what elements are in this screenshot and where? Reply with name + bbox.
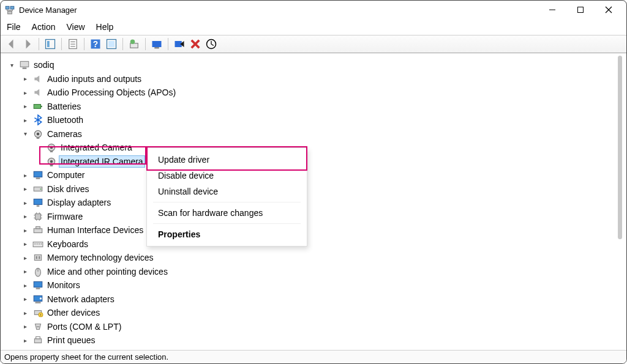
minimize-button[interactable] [538, 1, 566, 19]
chevron-right-icon[interactable]: ▸ [20, 103, 30, 110]
help-icon[interactable]: ? [89, 38, 102, 50]
svg-rect-4 [578, 7, 584, 13]
chevron-right-icon[interactable]: ▸ [20, 185, 30, 192]
tree-item-other-devices[interactable]: ▸ ! Other devices [7, 306, 623, 320]
vertical-scrollbar[interactable] [617, 53, 623, 350]
chevron-right-icon[interactable]: ▸ [20, 254, 30, 261]
tree-item-label: Disk drives [46, 184, 90, 195]
chevron-right-icon[interactable]: ▸ [20, 282, 30, 289]
ctx-scan-hardware[interactable]: Scan for hardware changes [147, 205, 307, 221]
disable-icon[interactable] [173, 38, 186, 50]
svg-rect-65 [34, 339, 41, 343]
tree-item-hid[interactable]: ▸ Human Interface Devices [7, 223, 623, 237]
scan-hardware-icon[interactable] [205, 38, 217, 50]
tree-item-integrated-camera[interactable]: Integrated Camera [7, 141, 623, 155]
tree-item-label: Other devices [46, 307, 101, 318]
chevron-right-icon[interactable]: ▸ [20, 172, 30, 179]
statusbar-text: Opens property sheet for the current sel… [4, 352, 168, 362]
forward-icon[interactable] [21, 38, 34, 50]
svg-point-31 [50, 146, 53, 149]
svg-point-28 [37, 133, 40, 136]
tree-item-label: Human Interface Devices [46, 225, 145, 236]
tree-item-keyboards[interactable]: ▸ Keyboards [7, 237, 623, 251]
enable-icon[interactable] [151, 38, 163, 50]
menu-view[interactable]: View [66, 22, 84, 32]
show-hide-icon[interactable] [44, 38, 56, 50]
chevron-right-icon[interactable]: ▸ [20, 227, 30, 234]
tree-root[interactable]: ▾ sodiq [7, 58, 623, 72]
ctx-item-label: Properties [158, 229, 200, 239]
tree-item-disk-drives[interactable]: ▸ Disk drives [7, 182, 623, 196]
svg-point-39 [40, 188, 41, 190]
tree-item-label: Network adapters [46, 294, 116, 305]
chevron-right-icon[interactable]: ▸ [20, 337, 30, 344]
tree-item-display-adapters[interactable]: ▸ Display adapters [7, 196, 623, 210]
svg-rect-19 [152, 41, 162, 47]
scrollbar-thumb[interactable] [618, 56, 622, 239]
chevron-right-icon[interactable]: ▸ [20, 117, 30, 124]
tree-item-batteries[interactable]: ▸ Batteries [7, 100, 623, 114]
hid-icon [32, 225, 43, 236]
tree-item-monitors[interactable]: ▸ Monitors [7, 278, 623, 292]
tree-item-label: Cameras [46, 128, 83, 139]
chevron-down-icon[interactable]: ▾ [20, 130, 30, 137]
context-menu: Update driver Disable device Uninstall d… [146, 147, 307, 247]
speaker-icon [32, 87, 43, 98]
tree-item-integrated-ir-camera[interactable]: Integrated IR Camera [7, 155, 623, 169]
svg-rect-51 [36, 256, 37, 259]
chevron-right-icon[interactable]: ▸ [20, 240, 30, 247]
tree-item-computer[interactable]: ▸ Computer [7, 168, 623, 182]
computer-icon [19, 59, 30, 70]
tree-item-apos[interactable]: ▸ Audio Processing Objects (APOs) [7, 86, 623, 100]
tree-item-audio-inputs-outputs[interactable]: ▸ Audio inputs and outputs [7, 72, 623, 86]
svg-rect-52 [39, 256, 40, 259]
svg-rect-32 [50, 151, 53, 152]
menu-action[interactable]: Action [32, 22, 56, 32]
memory-icon [32, 252, 43, 263]
maximize-button[interactable] [566, 1, 595, 19]
svg-rect-56 [36, 288, 40, 289]
chevron-right-icon[interactable]: ▸ [20, 213, 30, 220]
properties-icon[interactable] [67, 38, 79, 50]
device-tree[interactable]: ▾ sodiq ▸ Audio inputs and outputs ▸ Aud… [1, 53, 626, 350]
chevron-right-icon[interactable]: ▸ [20, 295, 30, 302]
tree-item-cameras[interactable]: ▾ Cameras [7, 127, 623, 141]
chevron-right-icon[interactable]: ▸ [20, 310, 30, 316]
chevron-down-icon[interactable]: ▾ [7, 62, 17, 69]
scan-icon[interactable] [105, 38, 118, 50]
uninstall-icon[interactable] [189, 38, 201, 50]
speaker-icon [32, 73, 43, 84]
menubar: File Action View Help [1, 19, 626, 35]
tree-item-network[interactable]: ▸ Network adapters [7, 292, 623, 306]
chevron-right-icon[interactable]: ▸ [20, 268, 30, 275]
close-button[interactable] [595, 1, 623, 19]
menu-help[interactable]: Help [96, 22, 114, 32]
chevron-right-icon[interactable]: ▸ [20, 199, 30, 206]
tree-item-ports[interactable]: ▸ Ports (COM & LPT) [7, 320, 623, 334]
tree-item-firmware[interactable]: ▸ Firmware [7, 210, 623, 224]
svg-rect-1 [10, 6, 14, 9]
chevron-right-icon[interactable]: ▸ [20, 75, 30, 82]
ctx-properties[interactable]: Properties [147, 226, 307, 242]
ctx-update-driver[interactable]: Update driver [147, 152, 307, 168]
chevron-right-icon[interactable]: ▸ [20, 89, 30, 96]
mouse-icon [32, 266, 43, 277]
svg-rect-24 [23, 68, 27, 69]
tree-item-label: Ports (COM & LPT) [46, 321, 122, 332]
tree-item-memory-tech[interactable]: ▸ Memory technology devices [7, 251, 623, 265]
update-driver-toolbar-icon[interactable] [128, 38, 140, 50]
tree-item-mice[interactable]: ▸ Mice and other pointing devices [7, 265, 623, 279]
back-icon[interactable] [6, 38, 18, 50]
svg-rect-44 [36, 227, 40, 229]
ctx-disable-device[interactable]: Disable device [147, 168, 307, 184]
tree-item-print-queues[interactable]: ▸ Print queues [7, 333, 623, 347]
chevron-right-icon[interactable]: ▸ [20, 323, 30, 330]
svg-point-59 [40, 297, 42, 299]
ctx-divider [153, 202, 301, 202]
svg-rect-26 [41, 106, 42, 107]
menu-file[interactable]: File [7, 22, 21, 32]
tree-item-label: Integrated IR Camera [59, 156, 145, 167]
svg-rect-16 [108, 41, 115, 47]
tree-item-bluetooth[interactable]: ▸ Bluetooth [7, 113, 623, 127]
ctx-uninstall-device[interactable]: Uninstall device [147, 184, 307, 199]
